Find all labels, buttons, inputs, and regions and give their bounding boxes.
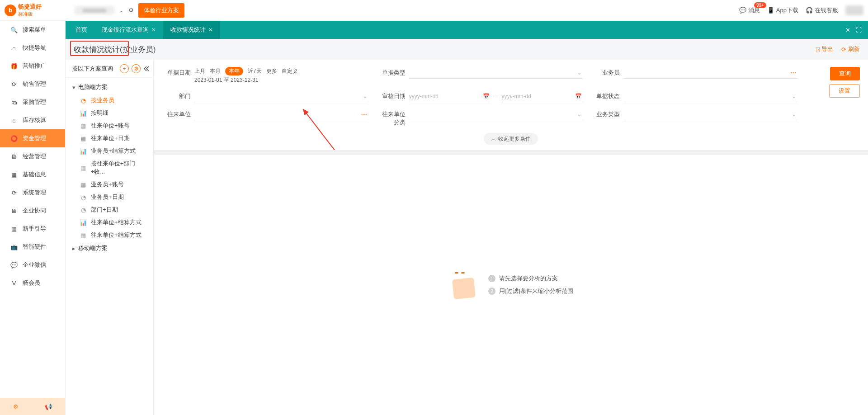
scheme-item-icon: ▦ bbox=[79, 134, 87, 142]
scheme-tree: ▾电脑端方案◔按业务员📊按明细▦往来单位+账号▦往来单位+日期📊业务员+结算方式… bbox=[66, 78, 153, 415]
select-partner-class[interactable]: ⌄ bbox=[409, 108, 583, 120]
app-download-button[interactable]: 📱 App下载 bbox=[767, 6, 798, 14]
add-scheme-button[interactable]: + bbox=[120, 64, 129, 73]
scheme-item-0-3[interactable]: ▦往来单位+日期 bbox=[66, 132, 153, 145]
select-biz-type[interactable]: ⌄ bbox=[623, 108, 797, 120]
sidebar-item-icon: ▦ bbox=[10, 226, 18, 232]
scheme-item-0-2[interactable]: ▦往来单位+账号 bbox=[66, 119, 153, 132]
close-icon[interactable]: ✕ bbox=[208, 27, 213, 33]
close-all-icon[interactable]: ✕ bbox=[845, 27, 850, 33]
sidebar-item-icon: ⌂ bbox=[10, 117, 18, 124]
collapse-scheme-panel-button[interactable] bbox=[143, 66, 150, 72]
sidebar-item-5[interactable]: ⌂库存核算 bbox=[0, 111, 65, 129]
select-bill-status[interactable]: ⌄ bbox=[623, 90, 797, 102]
audit-date-to[interactable]: yyyy-mm-dd 📅 bbox=[502, 90, 583, 102]
scheme-item-0-8[interactable]: ◔部门+日期 bbox=[66, 203, 153, 216]
scheme-item-0-9[interactable]: 📊往来单位+结算方式 bbox=[66, 216, 153, 229]
sidebar-item-label: 快捷导航 bbox=[23, 44, 46, 52]
date-quick-上月[interactable]: 上月 bbox=[194, 67, 205, 75]
audit-date-from[interactable]: yyyy-mm-dd 📅 bbox=[409, 90, 491, 102]
select-bill-type[interactable]: ⌄ bbox=[409, 67, 583, 79]
scheme-item-0-0[interactable]: ◔按业务员 bbox=[66, 94, 153, 107]
date-quick-自定义[interactable]: 自定义 bbox=[282, 67, 298, 75]
sidebar-item-6[interactable]: ⭕资金管理 bbox=[0, 129, 65, 147]
messages-button[interactable]: 💬 消息 99+ bbox=[739, 6, 760, 14]
collapse-filters-button[interactable]: ︿ 收起更多条件 bbox=[484, 133, 538, 145]
top-bar: b 畅捷通好 标准版 xxxxxxxx ⌄ ⚙ 体验行业方案 💬 消息 99+ … bbox=[0, 0, 868, 21]
sidebar-item-label: 经营管理 bbox=[23, 152, 46, 160]
select-department[interactable]: ⌄ bbox=[194, 90, 368, 102]
scheme-settings-button[interactable]: ⚙ bbox=[132, 64, 141, 73]
sidebar-item-3[interactable]: ⟳销售管理 bbox=[0, 75, 65, 93]
tab-strip: 首页现金银行流水查询✕收款情况统计✕ ✕ ⛶ bbox=[66, 21, 868, 39]
page-title: 收款情况统计(按业务员) bbox=[74, 44, 156, 55]
query-button[interactable]: 查询 bbox=[830, 67, 860, 80]
close-icon[interactable]: ✕ bbox=[151, 27, 156, 33]
tab-2[interactable]: 收款情况统计✕ bbox=[163, 21, 220, 39]
footer-speaker-icon[interactable]: 📢 bbox=[45, 403, 52, 410]
user-avatar-blurred[interactable] bbox=[845, 5, 863, 15]
tab-0[interactable]: 首页 bbox=[68, 21, 94, 39]
sidebar-item-12[interactable]: 📺智能硬件 bbox=[0, 238, 65, 256]
date-quick-本年[interactable]: 本年 bbox=[225, 67, 243, 75]
sidebar-item-label: 畅会员 bbox=[23, 279, 40, 287]
phone-icon: 📱 bbox=[767, 7, 774, 14]
refresh-button[interactable]: ⟳ 刷新 bbox=[841, 45, 860, 53]
tab-1[interactable]: 现金银行流水查询✕ bbox=[94, 21, 163, 39]
gear-icon[interactable]: ⚙ bbox=[128, 7, 134, 14]
sidebar-item-0[interactable]: 🔍搜索菜单 bbox=[0, 21, 65, 39]
robot-illustration-icon bbox=[448, 267, 480, 303]
scheme-item-label: 业务员+账号 bbox=[91, 180, 124, 189]
select-partner[interactable]: ··· bbox=[194, 108, 368, 120]
sidebar-item-13[interactable]: 💬企业微信 bbox=[0, 256, 65, 274]
sidebar-item-icon: ⌂ bbox=[10, 45, 18, 52]
customer-service-button[interactable]: 🎧 在线客服 bbox=[806, 6, 838, 14]
trial-industry-button[interactable]: 体验行业方案 bbox=[138, 3, 184, 18]
sidebar-item-10[interactable]: 🗎企业协同 bbox=[0, 202, 65, 220]
scheme-item-0-4[interactable]: 📊业务员+结算方式 bbox=[66, 145, 153, 157]
date-dash: — bbox=[493, 93, 499, 100]
scheme-item-0-6[interactable]: ▦业务员+账号 bbox=[66, 178, 153, 191]
scheme-item-0-5[interactable]: ▦按往来单位+部门+收... bbox=[66, 157, 153, 178]
brand-edition: 标准版 bbox=[18, 11, 42, 18]
refresh-icon: ⟳ bbox=[841, 46, 846, 53]
scheme-item-0-7[interactable]: ◔业务员+日期 bbox=[66, 191, 153, 203]
caret-right-icon: ▸ bbox=[72, 245, 75, 252]
sidebar-item-8[interactable]: ▦基础信息 bbox=[0, 165, 65, 184]
sidebar-item-icon: 📺 bbox=[10, 244, 18, 250]
main-sidebar: 🔍搜索菜单⌂快捷导航🎁营销推广⟳销售管理🛍采购管理⌂库存核算⭕资金管理🗎经营管理… bbox=[0, 21, 66, 415]
sidebar-item-2[interactable]: 🎁营销推广 bbox=[0, 57, 65, 75]
empty-step-2: 2用[过滤]条件来缩小分析范围 bbox=[488, 287, 573, 295]
sidebar-item-11[interactable]: ▦新手引导 bbox=[0, 220, 65, 238]
sidebar-item-icon: 🎁 bbox=[10, 63, 18, 70]
field-bill-date: 单据日期 上月本月本年近7天更多自定义 2023-01-01 至 2023-12… bbox=[162, 67, 368, 84]
sidebar-item-7[interactable]: 🗎经营管理 bbox=[0, 147, 65, 165]
scheme-group-1[interactable]: ▸移动端方案 bbox=[66, 241, 153, 255]
scheme-item-label: 按往来单位+部门+收... bbox=[91, 160, 149, 176]
export-button[interactable]: ⍈ 导出 bbox=[816, 45, 833, 53]
scheme-group-label: 电脑端方案 bbox=[78, 83, 108, 91]
sidebar-item-1[interactable]: ⌂快捷导航 bbox=[0, 39, 65, 57]
fullscreen-icon[interactable]: ⛶ bbox=[856, 27, 862, 33]
date-quick-更多[interactable]: 更多 bbox=[266, 67, 277, 75]
footer-gear-icon[interactable]: ⚙ bbox=[13, 403, 19, 410]
scheme-panel: 按以下方案查询 + ⚙ ▾电脑端方案◔按业务员📊按明细▦往来单位+账号▦往来单位… bbox=[66, 60, 154, 415]
scheme-item-icon: 📊 bbox=[79, 109, 87, 117]
date-quick-本月[interactable]: 本月 bbox=[210, 67, 221, 75]
field-department: 部门 ⌄ bbox=[162, 90, 368, 102]
sidebar-item-9[interactable]: ⟳系统管理 bbox=[0, 184, 65, 202]
page-header: 收款情况统计(按业务员) ⍈ 导出 ⟳ 刷新 bbox=[66, 39, 868, 60]
sidebar-item-4[interactable]: 🛍采购管理 bbox=[0, 93, 65, 111]
more-dots-icon: ··· bbox=[790, 69, 797, 76]
sidebar-item-14[interactable]: V畅会员 bbox=[0, 274, 65, 292]
sidebar-item-label: 新手引导 bbox=[23, 225, 46, 233]
scheme-item-0-10[interactable]: ▦往来单位+结算方式 bbox=[66, 229, 153, 241]
scheme-item-0-1[interactable]: 📊按明细 bbox=[66, 107, 153, 119]
sidebar-footer: ⚙ 📢 bbox=[0, 398, 65, 415]
date-quick-近7天[interactable]: 近7天 bbox=[248, 67, 262, 75]
org-chevron-down-icon[interactable]: ⌄ bbox=[119, 7, 124, 14]
settings-button[interactable]: 设置 bbox=[829, 84, 860, 98]
select-salesperson[interactable]: ··· bbox=[623, 67, 797, 79]
org-name-blurred[interactable]: xxxxxxxx bbox=[75, 6, 114, 14]
scheme-group-0[interactable]: ▾电脑端方案 bbox=[66, 80, 153, 94]
